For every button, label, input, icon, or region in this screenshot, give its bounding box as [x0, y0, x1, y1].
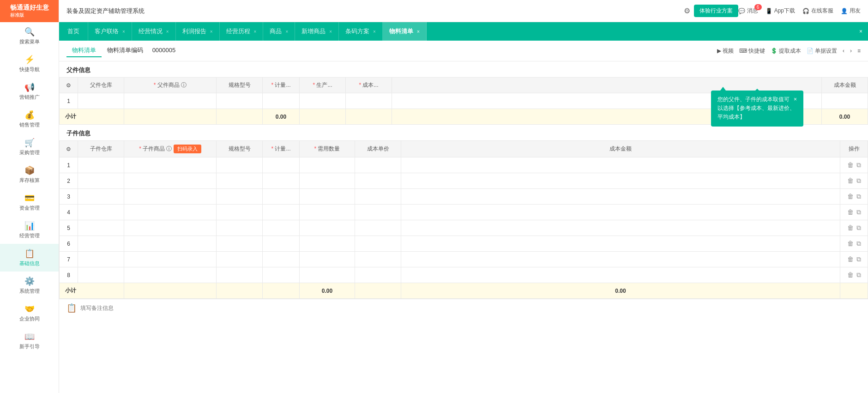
child-warehouse-cell[interactable]	[78, 267, 124, 283]
child-warehouse-cell[interactable]	[78, 189, 124, 205]
copy-icon[interactable]: ⧉	[856, 208, 861, 216]
child-product-cell[interactable]	[124, 236, 217, 252]
tab-barcode[interactable]: 条码方案 ×	[339, 22, 383, 41]
settings-action[interactable]: 📄 单据设置	[807, 47, 837, 55]
delete-icon[interactable]: 🗑	[847, 224, 854, 232]
tab-profit-report[interactable]: 利润报告 ×	[176, 22, 220, 41]
sidebar-item-sales[interactable]: 💰 销售管理	[0, 105, 59, 133]
child-product-cell[interactable]	[124, 220, 217, 236]
tab-close-icon[interactable]: ×	[285, 29, 288, 34]
delete-icon[interactable]: 🗑	[847, 193, 854, 200]
child-warehouse-cell[interactable]	[78, 252, 124, 267]
settings-button[interactable]: ⚙	[684, 6, 690, 15]
child-unit-cell[interactable]	[263, 236, 300, 252]
child-warehouse-cell[interactable]	[78, 220, 124, 236]
child-req-qty-cell[interactable]	[300, 220, 355, 236]
child-unit-cost-cell[interactable]	[355, 267, 401, 283]
sidebar-item-basic-info[interactable]: 📋 基础信息	[0, 244, 59, 272]
child-req-qty-cell[interactable]	[300, 157, 355, 173]
child-spec-cell[interactable]	[217, 205, 263, 220]
child-unit-cost-cell[interactable]	[355, 236, 401, 252]
sidebar-item-purchase[interactable]: 🛒 采购管理	[0, 133, 59, 161]
child-product-cell[interactable]	[124, 157, 217, 173]
delete-icon[interactable]: 🗑	[847, 161, 854, 169]
trial-button[interactable]: 体验行业方案	[694, 5, 738, 17]
child-product-cell[interactable]	[124, 252, 217, 267]
parent-spec-cell[interactable]	[217, 93, 263, 109]
tab-close-icon[interactable]: ×	[210, 29, 213, 34]
child-req-qty-cell[interactable]	[300, 267, 355, 283]
nav-next[interactable]: ›	[850, 48, 852, 54]
child-spec-cell[interactable]	[217, 267, 263, 283]
tab-close-icon[interactable]: ×	[122, 29, 125, 34]
child-unit-cost-cell[interactable]	[355, 220, 401, 236]
note-input[interactable]	[80, 305, 861, 311]
copy-icon[interactable]: ⧉	[856, 224, 861, 232]
sidebar-item-search[interactable]: 🔍 搜索菜单	[0, 22, 59, 50]
delete-icon[interactable]: 🗑	[847, 255, 854, 263]
video-action[interactable]: ▶ 视频	[717, 47, 734, 55]
tab-products[interactable]: 商品 ×	[263, 22, 295, 41]
child-unit-cost-cell[interactable]	[355, 173, 401, 189]
tab-operations-history[interactable]: 经营历程 ×	[220, 22, 264, 41]
parent-unit-cell[interactable]	[263, 93, 300, 109]
tab-close-icon[interactable]: ×	[329, 29, 332, 34]
child-product-cell[interactable]	[124, 267, 217, 283]
child-req-qty-cell[interactable]	[300, 252, 355, 267]
child-spec-cell[interactable]	[217, 189, 263, 205]
delete-icon[interactable]: 🗑	[847, 240, 854, 248]
sidebar-item-system[interactable]: ⚙️ 系统管理	[0, 272, 59, 299]
copy-icon[interactable]: ⧉	[856, 271, 861, 279]
child-unit-cell[interactable]	[263, 157, 300, 173]
delete-icon[interactable]: 🗑	[847, 208, 854, 216]
parent-prod-cell[interactable]	[300, 93, 346, 109]
child-unit-cell[interactable]	[263, 205, 300, 220]
child-unit-cost-cell[interactable]	[355, 189, 401, 205]
child-unit-cell[interactable]	[263, 220, 300, 236]
user-button[interactable]: 👤 用友	[841, 7, 861, 15]
cost-action[interactable]: 💲 提取成本	[771, 47, 801, 55]
tab-close-icon[interactable]: ×	[166, 29, 169, 34]
close-all-tabs[interactable]: ×	[854, 28, 868, 35]
child-unit-cost-cell[interactable]	[355, 157, 401, 173]
child-req-qty-cell[interactable]	[300, 189, 355, 205]
sub-tab-bom-list[interactable]: 物料清单	[66, 44, 102, 57]
sidebar-item-finance[interactable]: 💳 资金管理	[0, 188, 59, 216]
child-spec-cell[interactable]	[217, 220, 263, 236]
sidebar-item-collab[interactable]: 🤝 企业协同	[0, 299, 59, 327]
delete-icon[interactable]: 🗑	[847, 177, 854, 185]
tab-customer[interactable]: 客户联络 ×	[88, 22, 132, 41]
app-download-button[interactable]: 📱 App下载	[766, 7, 795, 15]
tooltip-close-button[interactable]: ×	[794, 95, 797, 104]
tab-close-icon[interactable]: ×	[417, 29, 420, 34]
nav-prev[interactable]: ‹	[843, 48, 844, 54]
child-unit-cost-cell[interactable]	[355, 252, 401, 267]
sidebar-item-inventory[interactable]: 📦 库存核算	[0, 161, 59, 188]
child-spec-cell[interactable]	[217, 236, 263, 252]
online-service-button[interactable]: 🎧 在线客服	[802, 7, 833, 15]
child-product-cell[interactable]	[124, 189, 217, 205]
child-product-cell[interactable]	[124, 205, 217, 220]
copy-icon[interactable]: ⧉	[856, 177, 861, 185]
scan-input-button[interactable]: 扫码录入	[174, 145, 201, 153]
sidebar-item-operations[interactable]: 📊 经营管理	[0, 216, 59, 244]
child-req-qty-cell[interactable]	[300, 205, 355, 220]
copy-icon[interactable]: ⧉	[856, 161, 861, 169]
parent-cost-cell[interactable]	[346, 93, 392, 109]
child-unit-cost-cell[interactable]	[355, 205, 401, 220]
nav-list[interactable]: ≡	[857, 48, 861, 54]
shortcut-action[interactable]: ⌨ 快捷键	[739, 47, 765, 55]
tab-close-icon[interactable]: ×	[254, 29, 257, 34]
child-warehouse-cell[interactable]	[78, 173, 124, 189]
child-unit-cell[interactable]	[263, 252, 300, 267]
child-unit-cell[interactable]	[263, 173, 300, 189]
sidebar-item-guide[interactable]: 📖 新手引导	[0, 327, 59, 355]
child-unit-cell[interactable]	[263, 267, 300, 283]
sub-tab-bom-code[interactable]: 物料清单编码 0000005	[102, 44, 181, 57]
messages-button[interactable]: 💬 消息 6	[738, 7, 758, 15]
tab-home[interactable]: 首页	[59, 22, 88, 41]
copy-icon[interactable]: ⧉	[856, 193, 861, 200]
child-spec-cell[interactable]	[217, 173, 263, 189]
child-spec-cell[interactable]	[217, 252, 263, 267]
delete-icon[interactable]: 🗑	[847, 271, 854, 279]
